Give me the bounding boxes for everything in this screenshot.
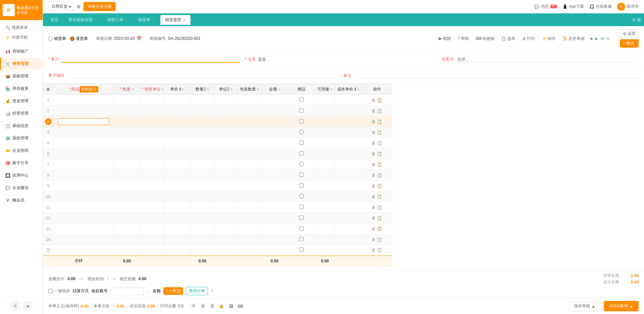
one-click-payment-toggle[interactable]: 一键收款 (48, 288, 70, 294)
tab-price-setting-close[interactable]: ✕ (95, 18, 97, 22)
sidebar-settings-btn[interactable]: ⚙ (10, 301, 21, 311)
tool-print-btn[interactable]: 🖨 打印 (520, 35, 537, 42)
one-click-checkbox[interactable] (48, 289, 53, 293)
tool-select-btn[interactable]: 📋 选单 (499, 35, 517, 42)
gift-checkbox[interactable] (299, 194, 304, 198)
fee-split-btn[interactable]: 费用分摊 (186, 287, 208, 295)
app-download-btn[interactable]: 📱 App下载 (562, 4, 584, 9)
user-profile-btn[interactable]: 徐 徐泽华 (617, 3, 639, 11)
gift-checkbox[interactable] (299, 151, 304, 155)
address-input[interactable] (66, 72, 338, 79)
scan-barcode-btn[interactable]: 扫码录入 (79, 86, 98, 92)
delete-row-btn[interactable]: 🗑 (372, 173, 376, 178)
nav-next-icon[interactable]: ▶ (595, 36, 598, 41)
copy-row-btn[interactable]: 📋 (377, 173, 382, 178)
sidebar-item-enterprise[interactable]: 🤝 企业协同 (0, 144, 43, 157)
experience-btn[interactable]: 体验行业方案 (84, 2, 116, 11)
copy-row-btn[interactable]: 📋 (377, 141, 382, 145)
sidebar-item-member[interactable]: V 畅会员 (0, 194, 43, 206)
ime-cn-icon[interactable]: 中 (190, 302, 198, 310)
sidebar-item-operations[interactable]: 📊 经营管理 (0, 107, 43, 120)
address-dots[interactable]: ... (340, 73, 343, 78)
tab-sales-return-close[interactable]: ✕ (183, 18, 186, 22)
add-btn[interactable]: + + 添加 (163, 287, 183, 295)
view-list-icon[interactable]: ≡ (607, 36, 609, 41)
gift-checkbox[interactable] (299, 98, 304, 102)
add-row-btn[interactable]: + (45, 118, 52, 125)
gift-checkbox[interactable] (299, 140, 304, 145)
sidebar-item-appstore[interactable]: 🔲 应用中心 (0, 169, 43, 182)
gift-checkbox[interactable] (299, 205, 304, 209)
delete-row-btn[interactable]: 🗑 (372, 162, 376, 167)
salesperson-input[interactable] (456, 56, 633, 63)
copy-row-btn[interactable]: 📋 (377, 151, 382, 156)
col-settings[interactable]: ⚙ (43, 84, 53, 95)
copy-row-btn[interactable]: 📋 (377, 119, 382, 124)
copy-row-btn[interactable]: 📋 (377, 216, 382, 221)
sidebar-item-sales[interactable]: 🛒 销售管理 (0, 58, 43, 70)
tool-video-btn[interactable]: ▶ 视频 (437, 35, 453, 42)
tool-action-btn[interactable]: ⚡ 操作 (540, 35, 558, 42)
gift-checkbox[interactable] (299, 119, 304, 123)
radio-sale-item[interactable]: 销货单 (48, 36, 66, 42)
copy-row-btn[interactable]: 📋 (377, 109, 382, 113)
tab-close-all-btn[interactable]: ✕ (632, 17, 636, 22)
tab-home[interactable]: 首页 (46, 15, 63, 25)
tab-price-setting[interactable]: 售价提取设置 ✕ (64, 15, 102, 25)
sidebar-item-marketing[interactable]: 📢 营销推广 (0, 45, 43, 58)
handwriting-icon[interactable]: ✍ (218, 302, 226, 310)
keyboard-icon[interactable]: ⌨ (236, 302, 245, 310)
save-new-btn[interactable]: 保存&新增 ▲ (604, 301, 639, 311)
gift-checkbox[interactable] (299, 247, 304, 252)
amount-dots[interactable]: ... (147, 289, 150, 294)
copy-row-btn[interactable]: 📋 (377, 98, 382, 103)
sidebar-item-inventory[interactable]: 🏪 库存核算 (0, 82, 43, 95)
customer-input[interactable] (61, 56, 240, 63)
ime-pinyin-icon[interactable]: 拼 (199, 302, 207, 310)
sidebar-item-system[interactable]: ⚙️ 系统管理 (0, 132, 43, 144)
gift-checkbox[interactable] (299, 173, 304, 177)
industry-select[interactable]: 日用百货 ▾ (48, 2, 74, 11)
sidebar-item-basic[interactable]: 📋 基础信息 (0, 120, 43, 132)
delete-row-btn[interactable]: 🗑 (372, 109, 376, 113)
copy-row-btn[interactable]: 📋 (377, 205, 382, 210)
delete-row-btn[interactable]: 🗑 (372, 205, 376, 210)
gift-checkbox[interactable] (299, 130, 304, 134)
tool-history-btn[interactable]: 📜 历史单据 (560, 35, 587, 42)
delete-row-btn[interactable]: 🗑 (372, 237, 376, 242)
nav-prev-icon[interactable]: ◀ (589, 36, 592, 41)
copy-row-btn[interactable]: 📋 (377, 162, 382, 167)
gift-checkbox[interactable] (299, 183, 304, 188)
copy-row-btn[interactable]: 📋 (377, 248, 382, 252)
radio-return-input[interactable] (70, 37, 74, 41)
copy-row-btn[interactable]: 📋 (377, 194, 382, 199)
tool-help-btn[interactable]: ? 帮助 (455, 35, 471, 42)
goods-input[interactable] (58, 118, 109, 125)
search-menu-item[interactable]: 🔍 搜索菜单 (3, 23, 40, 33)
message-btn[interactable]: 💬 消息 70 (534, 4, 557, 9)
tab-maximize-btn[interactable]: ⊞ (637, 17, 641, 22)
sidebar-item-wechat[interactable]: 💬 企业微信 (0, 182, 43, 194)
sidebar-item-finance[interactable]: 💰 资金管理 (0, 95, 43, 107)
warehouse-dots[interactable]: ... (268, 57, 271, 62)
copy-row-btn[interactable]: 📋 (377, 227, 382, 231)
salesperson-dots[interactable]: ... (635, 57, 639, 62)
delete-row-btn[interactable]: 🗑 (372, 227, 376, 231)
settings-gear-btn[interactable]: ⚙ (76, 4, 81, 9)
tab-sales-order-close[interactable]: ✕ (125, 18, 128, 22)
radio-sale-input[interactable] (48, 37, 53, 41)
remark-input[interactable] (354, 72, 639, 79)
delete-row-btn[interactable]: 🗑 (372, 141, 376, 145)
tab-sales-return[interactable]: 销货退货 ✕ (160, 15, 191, 25)
account-input[interactable] (110, 288, 144, 295)
view-card-icon[interactable]: ⊞ (601, 36, 604, 41)
online-service-btn[interactable]: 🎧 在线客服 (589, 4, 612, 9)
delete-row-btn[interactable]: 🗑 (372, 151, 376, 156)
radio-return-item[interactable]: 退货单 (70, 36, 88, 42)
copy-row-btn[interactable]: 📋 (377, 184, 382, 188)
logistics-btn[interactable]: + 物流 (620, 39, 639, 48)
delete-row-btn[interactable]: 🗑 (372, 194, 376, 199)
delete-row-btn[interactable]: 🗑 (372, 130, 376, 135)
sidebar-collapse-btn[interactable]: ◀ (22, 301, 33, 311)
tab-sales-delivery-close[interactable]: ✕ (152, 18, 155, 22)
